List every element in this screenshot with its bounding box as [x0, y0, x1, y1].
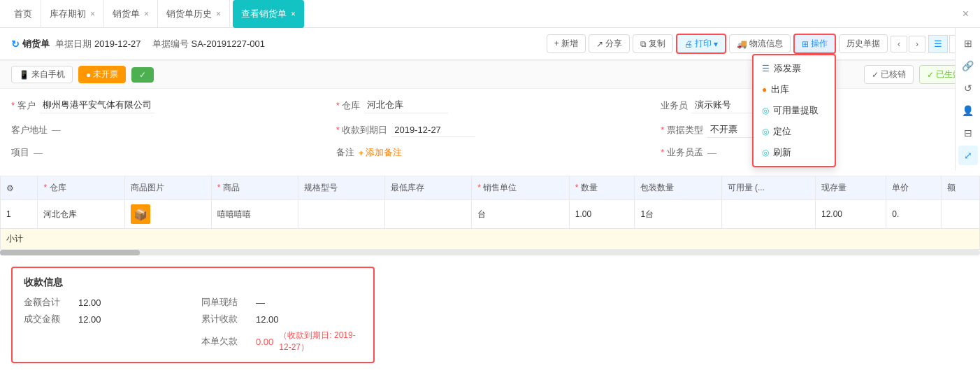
tab-bar: 首页 库存期初 × 销货单 × 销货单历史 × 查看销货单 × × — [0, 0, 980, 28]
effective-check-icon: ✓ — [927, 70, 934, 80]
operation-icon: ⊞ — [802, 39, 809, 49]
row-quantity: 1.00 — [569, 200, 635, 229]
sidebar-expand-btn[interactable]: ⊞ — [958, 34, 978, 53]
salesperson-label: 业务员孟 — [661, 146, 703, 159]
transaction-label: 成交金额 — [24, 313, 73, 325]
project-label: 项目 — [11, 146, 29, 159]
mobile-btn[interactable]: 📱 来自手机 — [11, 66, 73, 83]
col-product: 商品 — [211, 176, 298, 200]
logistics-btn[interactable]: 🚚 物流信息 — [729, 34, 791, 53]
note-field: 备注 添加备注 — [336, 146, 644, 159]
canceled-check-icon: ✓ — [872, 70, 879, 80]
tab-inventory-close[interactable]: × — [90, 9, 95, 19]
col-warehouse: 仓库 — [38, 176, 124, 200]
doc-date-value: 2019-12-27 — [94, 38, 141, 49]
doc-title-icon: ↻ — [11, 38, 20, 50]
total-amount-value: 12.00 — [78, 297, 101, 308]
row-unit: 台 — [472, 200, 569, 229]
ticket-type-label: 票据类型 — [661, 124, 703, 136]
transaction-value: 12.00 — [78, 314, 101, 325]
window-close-btn[interactable]: × — [957, 8, 974, 20]
row-amount — [941, 200, 979, 229]
sidebar-refresh-btn[interactable]: ↺ — [958, 78, 978, 98]
employee-label: 业务员 — [661, 99, 688, 112]
sidebar-user-btn[interactable]: 👤 — [958, 101, 978, 120]
salesperson-value: — — [707, 148, 716, 158]
tab-view-sales-close[interactable]: × — [291, 9, 296, 19]
tab-home[interactable]: 首页 — [6, 0, 41, 28]
tab-view-sales[interactable]: 查看销货单 × — [233, 0, 305, 28]
main-content: ↻ 销货单 单据日期 2019-12-27 单据编号 SA-20191227-0… — [0, 28, 980, 373]
list-view-btn[interactable]: ☰ — [928, 35, 948, 53]
customer-field: 客户 柳州粤港平安气体有限公司 — [11, 97, 319, 113]
dropdown-outbound[interactable]: ● 出库 — [754, 79, 835, 100]
new-btn[interactable]: + 新增 — [547, 34, 586, 53]
tab-sales-close[interactable]: × — [144, 9, 149, 19]
sidebar-link-btn[interactable]: 🔗 — [958, 56, 978, 76]
history-btn[interactable]: 历史单据 — [839, 34, 888, 53]
refresh-icon: ◎ — [762, 148, 769, 157]
gear-icon: ⚙ — [6, 183, 14, 193]
subtotal-row: 小计 — [1, 229, 980, 250]
row-product-img: 📦 — [124, 200, 211, 229]
same-settle-value: — — [256, 297, 265, 308]
row-spec — [298, 200, 385, 229]
print-btn[interactable]: 🖨 打印 ▾ — [676, 34, 726, 54]
same-settle-label: 同单现结 — [201, 296, 250, 309]
table-area: ⚙ 仓库 商品图片 商品 规格型号 最低库存 销售单位 数量 包装数量 可用量 … — [0, 176, 980, 258]
payment-box: 收款信息 金额合计 12.00 同单现结 — 成交金额 12.00 累计收款 1… — [11, 267, 375, 363]
col-product-img: 商品图片 — [124, 176, 211, 200]
table-scrollbar-track[interactable] — [0, 250, 980, 255]
truck-icon: 🚚 — [737, 39, 747, 49]
check-btn[interactable]: ✓ — [131, 67, 154, 83]
unopened-btn[interactable]: ● 未开票 — [78, 66, 126, 83]
warehouse-value[interactable]: 河北仓库 — [364, 97, 448, 113]
invoice-icon: ● — [86, 70, 91, 80]
items-table: ⚙ 仓库 商品图片 商品 规格型号 最低库存 销售单位 数量 包装数量 可用量 … — [0, 176, 980, 250]
customer-value[interactable]: 柳州粤港平安气体有限公司 — [40, 97, 154, 113]
operation-dropdown-menu: ☰ 添发票 ● 出库 ◎ 可用量提取 ◎ 定位 — [752, 54, 836, 167]
doc-header: ↻ 销货单 单据日期 2019-12-27 单据编号 SA-20191227-0… — [0, 28, 980, 60]
next-btn[interactable]: › — [909, 36, 925, 52]
doc-title-text: 销货单 — [22, 38, 50, 50]
doc-date-field: 单据日期 2019-12-27 — [55, 38, 141, 50]
due-date-hint: （收款到期日: 2019-12-27） — [279, 330, 362, 353]
row-warehouse: 河北仓库 — [38, 200, 124, 229]
outbound-icon: ● — [762, 85, 767, 94]
tab-sales-history[interactable]: 销货单历史 × — [158, 0, 230, 28]
check-icon: ✓ — [139, 70, 146, 80]
tab-sales[interactable]: 销货单 × — [104, 0, 158, 28]
doc-date-label: 单据日期 — [55, 38, 92, 50]
payment-grid: 金额合计 12.00 同单现结 — 成交金额 12.00 累计收款 12.00 … — [24, 296, 362, 353]
add-note-btn[interactable]: 添加备注 — [359, 146, 403, 159]
address-field: 客户地址 — — [11, 124, 319, 136]
tab-inventory[interactable]: 库存期初 × — [41, 0, 104, 28]
dropdown-available-qty[interactable]: ◎ 可用量提取 — [754, 100, 835, 121]
canceled-status-btn[interactable]: ✓ 已核销 — [864, 65, 914, 84]
payment-date-label: 收款到期日 — [336, 124, 388, 136]
tab-sales-history-close[interactable]: × — [216, 9, 221, 19]
sidebar-fullscreen-btn[interactable]: ⤢ — [958, 146, 978, 165]
table-scrollbar-thumb[interactable] — [0, 250, 140, 255]
share-btn[interactable]: ↗ 分享 — [589, 34, 630, 53]
address-label: 客户地址 — [11, 124, 48, 136]
outstanding-item: 本单欠款 0.00 （收款到期日: 2019-12-27） — [201, 330, 362, 353]
col-gear[interactable]: ⚙ — [1, 176, 38, 200]
sidebar-grid-btn[interactable]: ⊟ — [958, 123, 978, 143]
dropdown-refresh[interactable]: ◎ 刷新 — [754, 142, 835, 163]
dropdown-add-invoice[interactable]: ☰ 添发票 — [754, 58, 835, 79]
payment-date-field: 收款到期日 2019-12-27 — [336, 123, 644, 137]
operation-btn[interactable]: ⊞ 操作 — [793, 34, 836, 54]
doc-number-label: 单据编号 — [152, 38, 189, 50]
toolbar: + 新增 ↗ 分享 ⧉ 复制 🖨 打印 ▾ 🚚 物流信息 ⊞ 操作 — [547, 34, 969, 54]
payment-date-value[interactable]: 2019-12-27 — [391, 123, 475, 137]
warehouse-field: 仓库 河北仓库 — [336, 97, 644, 113]
cumulative-label: 累计收款 — [201, 313, 250, 325]
mobile-icon: 📱 — [19, 70, 29, 80]
row-product: 嘻嘻嘻嘻 — [211, 200, 298, 229]
prev-btn[interactable]: ‹ — [891, 36, 907, 52]
dropdown-locate[interactable]: ◎ 定位 — [754, 121, 835, 142]
available-qty-icon: ◎ — [762, 106, 769, 115]
row-available — [721, 200, 815, 229]
copy-btn[interactable]: ⧉ 复制 — [633, 34, 673, 53]
